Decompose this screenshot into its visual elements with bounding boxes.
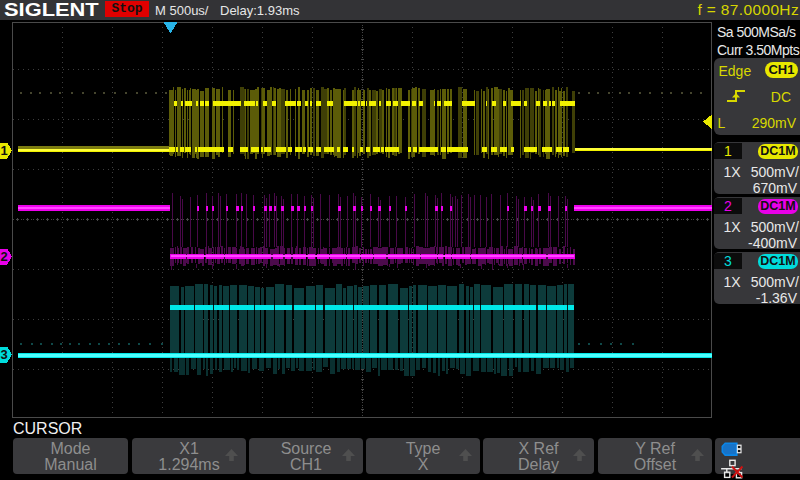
svg-text:1: 1 (0, 143, 7, 158)
svg-text:2: 2 (0, 249, 7, 264)
svg-text:3: 3 (0, 347, 7, 362)
